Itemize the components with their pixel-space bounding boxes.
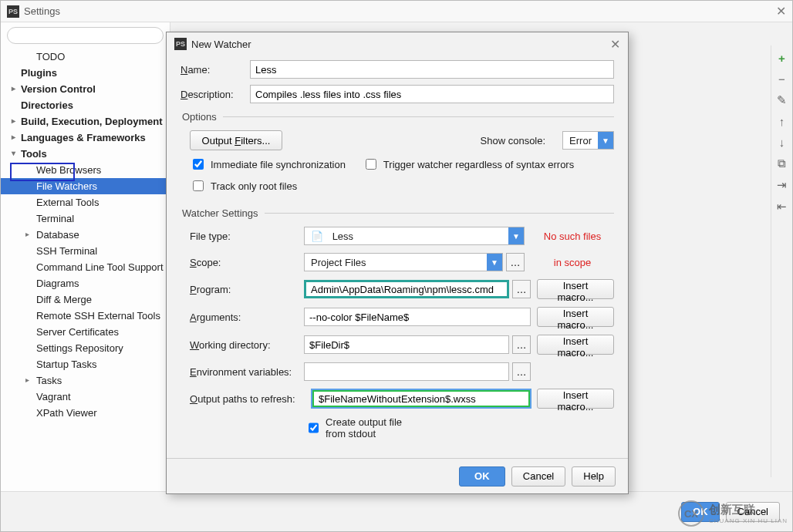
tree-lang[interactable]: ▸Languages & Frameworks — [1, 130, 170, 146]
arguments-insert-macro-button[interactable]: Insert macro... — [537, 307, 614, 327]
dialog-body: Name: Description: Options Output Filter… — [167, 56, 628, 458]
tree-plugins[interactable]: Plugins — [1, 65, 170, 81]
dialog-close-icon[interactable]: ✕ — [610, 37, 620, 52]
options-legend: Options — [181, 111, 223, 123]
watermark-sub: CHUANG XIN HU LIAN — [709, 517, 788, 524]
tree-certs[interactable]: Server Certificates — [1, 324, 170, 340]
scope-label: Scope: — [190, 257, 298, 268]
no-files-warning: No such files — [531, 231, 614, 242]
add-icon[interactable]: + — [778, 52, 785, 65]
sidebar: TODO Plugins ▸Version Control Directorie… — [1, 22, 170, 491]
import-icon[interactable]: ⇥ — [777, 178, 787, 192]
file-type-select[interactable]: 📄 Less ▼ — [304, 227, 525, 245]
arguments-label: Arguments: — [190, 311, 298, 323]
output-paths-input[interactable] — [312, 389, 531, 408]
close-icon[interactable]: ✕ — [776, 4, 786, 19]
working-directory-browse-button[interactable]: … — [512, 335, 531, 354]
name-label: Name: — [181, 64, 242, 76]
options-fieldset: Options Output Filters... Show console: … — [181, 111, 614, 200]
edit-icon[interactable]: ✎ — [777, 93, 787, 107]
output-paths-label: Output paths to refresh: — [190, 393, 305, 405]
watcher-settings-legend: Watcher Settings — [181, 207, 265, 219]
name-input[interactable] — [250, 60, 614, 79]
file-type-label: File type: — [190, 231, 298, 242]
tree-tools[interactable]: ▾Tools — [1, 146, 170, 162]
dialog-ok-button[interactable]: OK — [459, 466, 505, 487]
show-console-select[interactable]: Error▼ — [562, 131, 614, 150]
remove-icon[interactable]: − — [778, 72, 785, 86]
tree-tasks[interactable]: ▸Tasks — [1, 372, 170, 389]
output-filters-button[interactable]: Output Filters... — [190, 130, 282, 150]
right-toolbar: + − ✎ ↑ ↓ ⧉ ⇥ ⇤ — [771, 45, 792, 477]
program-label: Program: — [190, 284, 298, 295]
dialog-titlebar: PS New Watcher ✕ — [167, 32, 628, 56]
no-files-warning-2: in scope — [531, 257, 614, 268]
tree-vagrant[interactable]: Vagrant — [1, 389, 170, 405]
show-console-label: Show console: — [481, 135, 546, 146]
tree-build[interactable]: ▸Build, Execution, Deployment — [1, 113, 170, 130]
settings-tree: TODO Plugins ▸Version Control Directorie… — [1, 49, 170, 421]
wd-insert-macro-button[interactable]: Insert macro... — [537, 335, 614, 355]
dialog-help-button[interactable]: Help — [572, 466, 616, 487]
tree-todo[interactable]: TODO — [1, 49, 170, 65]
description-input[interactable] — [250, 85, 614, 103]
chevron-down-icon: ▼ — [487, 254, 502, 271]
tree-dirs[interactable]: Directories — [1, 97, 170, 113]
up-icon[interactable]: ↑ — [779, 115, 785, 128]
watermark-logo: CX — [678, 500, 704, 527]
tree-file-watchers[interactable]: File Watchers — [1, 178, 170, 194]
watermark: CX 创新互联 CHUANG XIN HU LIAN — [678, 500, 788, 527]
output-insert-macro-button[interactable]: Insert macro... — [537, 389, 614, 409]
titlebar: PS Settings ✕ — [1, 1, 792, 22]
watcher-settings-fieldset: Watcher Settings File type: 📄 Less ▼ No … — [181, 207, 614, 447]
tree-diagrams[interactable]: Diagrams — [1, 275, 170, 291]
arguments-input[interactable] — [304, 308, 531, 326]
env-browse-button[interactable]: … — [512, 362, 531, 381]
create-stdout-checkbox[interactable]: Create output file from stdout — [305, 416, 413, 439]
window-title: Settings — [24, 5, 60, 17]
tree-external[interactable]: External Tools — [1, 194, 170, 210]
tree-startup[interactable]: Startup Tasks — [1, 356, 170, 372]
immediate-sync-checkbox[interactable]: Immediate file synchronization — [190, 157, 346, 172]
copy-icon[interactable]: ⧉ — [778, 157, 786, 170]
tree-xpath[interactable]: XPath Viewer — [1, 405, 170, 421]
program-input[interactable] — [304, 280, 509, 298]
working-directory-input[interactable] — [304, 335, 509, 354]
tree-terminal[interactable]: Terminal — [1, 210, 170, 227]
working-directory-label: Working directory: — [190, 339, 298, 351]
scope-select[interactable]: Project Files ▼ — [304, 253, 503, 271]
program-browse-button[interactable]: … — [512, 280, 531, 298]
tree-ssh[interactable]: SSH Terminal — [1, 243, 170, 259]
down-icon[interactable]: ↓ — [779, 136, 785, 149]
dialog-app-icon: PS — [174, 38, 187, 50]
search-input[interactable] — [7, 27, 164, 44]
env-label: Environment variables: — [190, 366, 298, 378]
app-icon: PS — [7, 5, 19, 18]
tree-settings-repo[interactable]: Settings Repository — [1, 340, 170, 356]
export-icon[interactable]: ⇤ — [777, 200, 787, 214]
chevron-down-icon: ▼ — [598, 132, 613, 149]
trigger-checkbox[interactable]: Trigger watcher regardless of syntax err… — [363, 157, 574, 172]
watermark-text: 创新互联 — [709, 503, 788, 517]
env-input[interactable] — [304, 362, 509, 381]
settings-window: PS Settings ✕ TODO Plugins ▸Version Cont… — [0, 0, 793, 532]
tree-diff[interactable]: Diff & Merge — [1, 291, 170, 308]
tree-remote[interactable]: Remote SSH External Tools — [1, 308, 170, 324]
scope-browse-button[interactable]: … — [506, 253, 525, 271]
track-root-checkbox[interactable]: Track only root files — [190, 178, 297, 194]
new-watcher-dialog: PS New Watcher ✕ Name: Description: Opti… — [166, 32, 629, 494]
tree-cmd[interactable]: Command Line Tool Support — [1, 259, 170, 275]
program-insert-macro-button[interactable]: Insert macro... — [537, 279, 614, 299]
dialog-cancel-button[interactable]: Cancel — [511, 466, 565, 487]
tree-web[interactable]: Web Browsers — [1, 162, 170, 178]
settings-footer: OK Cancel — [1, 491, 792, 531]
dialog-footer: OK Cancel Help — [167, 458, 628, 493]
dialog-title: New Watcher — [191, 39, 251, 50]
description-label: Description: — [181, 89, 242, 100]
tree-database[interactable]: ▸Database — [1, 227, 170, 243]
chevron-down-icon: ▼ — [508, 227, 524, 244]
tree-vcs[interactable]: ▸Version Control — [1, 81, 170, 97]
